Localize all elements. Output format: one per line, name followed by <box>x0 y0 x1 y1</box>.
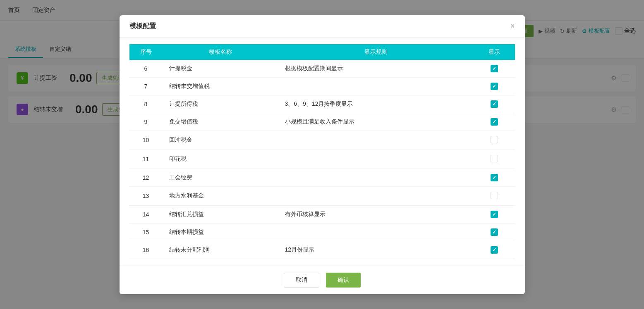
cell-name: 计提税金 <box>163 60 278 78</box>
checkbox-row-16[interactable] <box>491 246 498 254</box>
modal-overlay: 模板配置 × 序号 模板名称 显示规则 显示 6计提税金根据模板配置期间显示7结… <box>0 0 644 309</box>
modal-close-button[interactable]: × <box>510 22 515 30</box>
cell-id: 7 <box>129 77 163 95</box>
checkbox-row-11[interactable] <box>491 155 498 162</box>
cell-name: 计提所得税 <box>163 95 278 113</box>
cell-rule <box>278 186 474 205</box>
modal-footer: 取消 确认 <box>120 266 525 294</box>
modal-body: 序号 模板名称 显示规则 显示 6计提税金根据模板配置期间显示7结转未交增值税8… <box>120 38 525 266</box>
checkbox-row-8[interactable] <box>491 100 498 108</box>
table-row: 10回冲税金 <box>129 131 515 150</box>
cancel-button[interactable]: 取消 <box>284 273 319 288</box>
cell-name: 结转未分配利润 <box>163 241 278 259</box>
cell-name: 结转汇兑损益 <box>163 205 278 223</box>
modal-template-config: 模板配置 × 序号 模板名称 显示规则 显示 6计提税金根据模板配置期间显示7结… <box>120 15 525 294</box>
cell-name: 印花税 <box>163 150 278 169</box>
table-row: 6计提税金根据模板配置期间显示 <box>129 60 515 78</box>
table-row: 14结转汇兑损益有外币核算显示 <box>129 205 515 223</box>
table-row: 12工会经费 <box>129 169 515 186</box>
checkbox-row-9[interactable] <box>491 118 498 126</box>
cell-id: 14 <box>129 205 163 223</box>
checkbox-row-14[interactable] <box>491 211 498 218</box>
table-row: 11印花税 <box>129 150 515 169</box>
cell-id: 16 <box>129 241 163 259</box>
table-header: 序号 模板名称 显示规则 显示 <box>129 44 515 60</box>
cell-name: 地方水利基金 <box>163 186 278 205</box>
cell-rule: 根据模板配置期间显示 <box>278 60 474 78</box>
col-header-id: 序号 <box>129 44 163 60</box>
modal-header: 模板配置 × <box>120 15 525 38</box>
cell-rule <box>278 169 474 186</box>
checkbox-row-12[interactable] <box>491 174 498 181</box>
col-header-name: 模板名称 <box>163 44 278 60</box>
cell-id: 6 <box>129 60 163 78</box>
cell-id: 9 <box>129 113 163 131</box>
checkbox-row-6[interactable] <box>491 65 498 72</box>
checkbox-row-10[interactable] <box>491 136 498 143</box>
cell-rule <box>278 77 474 95</box>
cell-name: 免交增值税 <box>163 113 278 131</box>
cell-name: 工会经费 <box>163 169 278 186</box>
config-table: 序号 模板名称 显示规则 显示 6计提税金根据模板配置期间显示7结转未交增值税8… <box>129 44 515 259</box>
table-body: 6计提税金根据模板配置期间显示7结转未交增值税8计提所得税3、6、9、12月按季… <box>129 60 515 259</box>
cell-id: 8 <box>129 95 163 113</box>
cell-checkbox <box>474 60 515 78</box>
cell-id: 13 <box>129 186 163 205</box>
cell-checkbox <box>474 223 515 241</box>
cell-checkbox <box>474 186 515 205</box>
cell-rule: 小规模且满足收入条件显示 <box>278 113 474 131</box>
cell-name: 结转未交增值税 <box>163 77 278 95</box>
cell-checkbox <box>474 150 515 169</box>
modal-title: 模板配置 <box>129 22 156 31</box>
cell-checkbox <box>474 169 515 186</box>
table-row: 15结转本期损益 <box>129 223 515 241</box>
cell-rule <box>278 131 474 150</box>
cell-id: 15 <box>129 223 163 241</box>
cell-rule <box>278 223 474 241</box>
cell-id: 11 <box>129 150 163 169</box>
checkbox-row-13[interactable] <box>491 192 498 199</box>
table-row: 16结转未分配利润12月份显示 <box>129 241 515 259</box>
cell-name: 回冲税金 <box>163 131 278 150</box>
cell-rule: 12月份显示 <box>278 241 474 259</box>
cell-checkbox <box>474 113 515 131</box>
table-row: 8计提所得税3、6、9、12月按季度显示 <box>129 95 515 113</box>
cell-rule <box>278 150 474 169</box>
cell-checkbox <box>474 95 515 113</box>
cell-name: 结转本期损益 <box>163 223 278 241</box>
col-header-rule: 显示规则 <box>278 44 474 60</box>
checkbox-row-7[interactable] <box>491 83 498 90</box>
cell-checkbox <box>474 131 515 150</box>
table-row: 13地方水利基金 <box>129 186 515 205</box>
checkbox-row-15[interactable] <box>491 228 498 236</box>
col-header-display: 显示 <box>474 44 515 60</box>
confirm-button[interactable]: 确认 <box>326 273 361 288</box>
cell-checkbox <box>474 77 515 95</box>
cell-id: 10 <box>129 131 163 150</box>
cell-checkbox <box>474 241 515 259</box>
table-row: 9免交增值税小规模且满足收入条件显示 <box>129 113 515 131</box>
table-row: 7结转未交增值税 <box>129 77 515 95</box>
cell-rule: 3、6、9、12月按季度显示 <box>278 95 474 113</box>
cell-rule: 有外币核算显示 <box>278 205 474 223</box>
cell-checkbox <box>474 205 515 223</box>
cell-id: 12 <box>129 169 163 186</box>
